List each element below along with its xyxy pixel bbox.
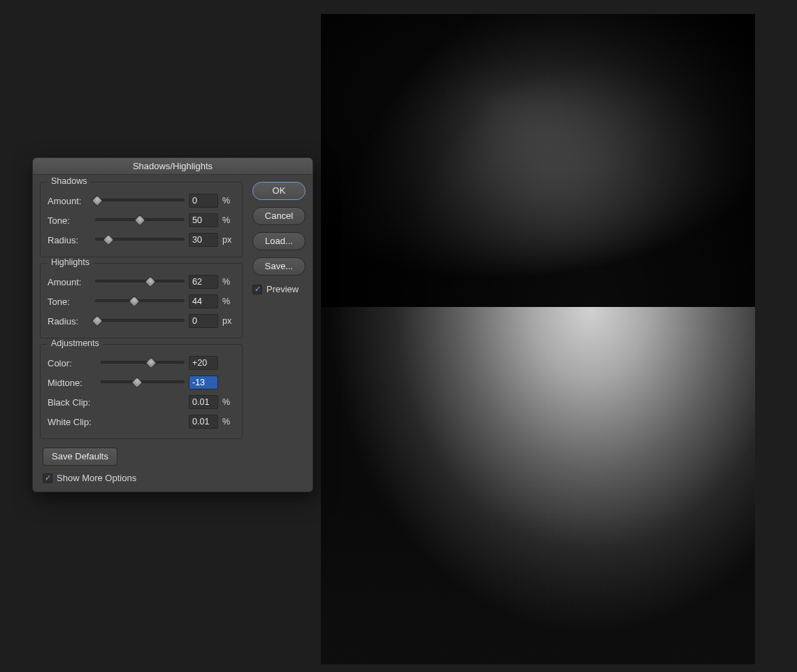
slider-thumb-icon[interactable] bbox=[129, 296, 141, 308]
slider-thumb-icon[interactable] bbox=[91, 315, 103, 327]
adjustments-group: Adjustments Color: +20 Midtone: bbox=[40, 344, 243, 439]
slider-thumb-icon[interactable] bbox=[145, 357, 157, 369]
document-canvas[interactable] bbox=[321, 14, 755, 664]
highlights-radius-row: Radius: 0 px bbox=[48, 311, 235, 331]
midtone-label: Midtone: bbox=[48, 378, 96, 388]
slider-thumb-icon[interactable] bbox=[145, 276, 157, 288]
shadows-tone-label: Tone: bbox=[48, 215, 91, 226]
highlights-tone-row: Tone: 44 % bbox=[48, 292, 235, 311]
black-clip-input[interactable]: 0.01 bbox=[189, 395, 218, 409]
show-more-options-row[interactable]: Show More Options bbox=[43, 473, 243, 483]
black-clip-row: Black Clip: 0.01 % bbox=[48, 392, 235, 412]
highlights-radius-label: Radius: bbox=[48, 316, 91, 327]
dialog-controls-column: Shadows Amount: 0 % Tone: bbox=[40, 182, 243, 483]
slider-thumb-icon[interactable] bbox=[134, 215, 146, 227]
shadows-tone-input[interactable]: 50 bbox=[189, 213, 218, 227]
midtone-slider[interactable] bbox=[101, 377, 185, 388]
highlights-amount-row: Amount: 62 % bbox=[48, 272, 235, 292]
highlights-amount-label: Amount: bbox=[48, 277, 91, 287]
shadows-amount-unit: % bbox=[222, 196, 235, 206]
shadows-legend: Shadows bbox=[48, 176, 90, 186]
highlights-tone-label: Tone: bbox=[48, 296, 91, 307]
white-clip-unit: % bbox=[222, 417, 235, 427]
black-clip-unit: % bbox=[222, 397, 235, 407]
highlights-legend: Highlights bbox=[48, 257, 93, 267]
shadows-group: Shadows Amount: 0 % Tone: bbox=[40, 182, 243, 257]
save-button[interactable]: Save... bbox=[252, 257, 306, 276]
highlights-radius-input[interactable]: 0 bbox=[189, 314, 218, 328]
midtone-row: Midtone: -13 bbox=[48, 373, 235, 392]
color-slider[interactable] bbox=[101, 357, 185, 369]
shadows-tone-unit: % bbox=[222, 215, 235, 225]
dialog-body: Shadows Amount: 0 % Tone: bbox=[33, 175, 313, 492]
highlights-amount-unit: % bbox=[222, 277, 235, 287]
dialog-side-buttons: OK Cancel Load... Save... Preview bbox=[252, 182, 306, 483]
save-defaults-button[interactable]: Save Defaults bbox=[43, 448, 117, 466]
slider-thumb-icon[interactable] bbox=[131, 377, 143, 389]
shadows-radius-label: Radius: bbox=[48, 235, 91, 245]
color-label: Color: bbox=[48, 358, 96, 369]
highlights-amount-slider[interactable] bbox=[95, 276, 185, 287]
show-more-options-checkbox[interactable] bbox=[43, 473, 52, 483]
shadows-amount-input[interactable]: 0 bbox=[189, 194, 218, 208]
shadows-radius-slider[interactable] bbox=[95, 234, 185, 245]
preview-label: Preview bbox=[266, 284, 299, 294]
midtone-input[interactable]: -13 bbox=[189, 376, 218, 389]
adjustments-legend: Adjustments bbox=[48, 338, 103, 348]
dialog-title: Shadows/Highlights bbox=[33, 158, 313, 175]
cancel-button[interactable]: Cancel bbox=[252, 207, 306, 225]
ok-button[interactable]: OK bbox=[252, 182, 306, 200]
shadows-radius-unit: px bbox=[222, 235, 235, 245]
white-clip-input[interactable]: 0.01 bbox=[189, 415, 218, 429]
white-clip-row: White Clip: 0.01 % bbox=[48, 412, 235, 431]
load-button[interactable]: Load... bbox=[252, 232, 306, 250]
highlights-tone-slider[interactable] bbox=[95, 296, 185, 307]
shadows-amount-row: Amount: 0 % bbox=[48, 191, 235, 210]
highlights-amount-input[interactable]: 62 bbox=[189, 275, 218, 289]
show-more-options-label: Show More Options bbox=[57, 473, 136, 483]
shadows-amount-label: Amount: bbox=[48, 196, 91, 206]
shadows-amount-slider[interactable] bbox=[95, 195, 185, 206]
slider-thumb-icon[interactable] bbox=[103, 234, 115, 246]
highlights-radius-slider[interactable] bbox=[95, 315, 185, 327]
shadows-radius-input[interactable]: 30 bbox=[189, 233, 218, 247]
shadows-highlights-dialog: Shadows/Highlights Shadows Amount: 0 % T… bbox=[32, 157, 313, 492]
highlights-tone-unit: % bbox=[222, 296, 235, 306]
white-clip-label: White Clip: bbox=[48, 417, 96, 427]
highlights-tone-input[interactable]: 44 bbox=[189, 294, 218, 308]
shadows-tone-slider[interactable] bbox=[95, 215, 185, 226]
preview-row[interactable]: Preview bbox=[252, 284, 306, 294]
preview-checkbox[interactable] bbox=[252, 285, 262, 294]
shadows-tone-row: Tone: 50 % bbox=[48, 210, 235, 230]
slider-thumb-icon[interactable] bbox=[91, 195, 103, 207]
color-input[interactable]: +20 bbox=[189, 356, 218, 370]
color-row: Color: +20 bbox=[48, 353, 235, 373]
highlights-radius-unit: px bbox=[222, 316, 235, 326]
highlights-group: Highlights Amount: 62 % Tone: bbox=[40, 263, 243, 338]
shadows-radius-row: Radius: 30 px bbox=[48, 230, 235, 250]
black-clip-label: Black Clip: bbox=[48, 397, 96, 408]
